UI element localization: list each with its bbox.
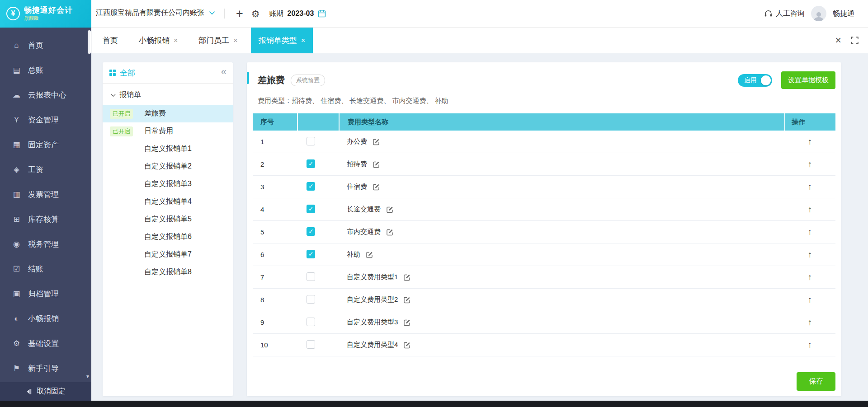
row-checkbox[interactable] — [307, 250, 315, 258]
row-checkbox[interactable] — [307, 340, 315, 349]
enable-toggle[interactable]: 启用 — [738, 74, 772, 87]
support-label: 人工咨询 — [776, 9, 805, 19]
sidebar-item-资金管理[interactable]: ¥ 资金管理 — [0, 108, 91, 132]
detail-panel: 差旅费 系统预置 启用 设置单据模板 费用类型：招待费、 住宿费、 长途交通费、… — [247, 62, 841, 396]
expense-type-name: 办公费 — [347, 137, 367, 146]
sidebar-item-归档管理[interactable]: ▣ 归档管理 — [0, 281, 91, 306]
scroll-down-icon[interactable]: ▼ — [85, 374, 90, 379]
tab-小畅报销[interactable]: 小畅报销 × — [131, 28, 185, 53]
username[interactable]: 畅捷通 — [833, 9, 854, 19]
sidebar-item-首页[interactable]: ⌂ 首页 — [0, 33, 91, 58]
sidebar-item-库存核算[interactable]: ⊞ 库存核算 — [0, 207, 91, 232]
row-checkbox[interactable] — [307, 295, 315, 304]
sidebar-item-发票管理[interactable]: ▥ 发票管理 — [0, 182, 91, 207]
move-up-button[interactable]: ↑ — [808, 272, 812, 282]
collapse-panel-button[interactable]: « — [221, 67, 226, 77]
tab-close-icon[interactable]: × — [301, 37, 305, 45]
row-checkbox[interactable] — [307, 159, 315, 168]
tree-item-自定义报销单3[interactable]: 自定义报销单3 — [103, 175, 233, 193]
tree-item-自定义报销单7[interactable]: 自定义报销单7 — [103, 246, 233, 263]
move-up-button[interactable]: ↑ — [808, 159, 812, 169]
tree-item-自定义报销单1[interactable]: 自定义报销单1 — [103, 140, 233, 158]
row-checkbox[interactable] — [307, 272, 315, 281]
sidebar-item-基础设置[interactable]: ⚙ 基础设置 — [0, 331, 91, 356]
row-number: 9 — [253, 318, 297, 326]
expense-type-name: 住宿费 — [347, 182, 367, 191]
tab-部门员工[interactable]: 部门员工 × — [191, 28, 245, 53]
closing-icon: ☑ — [12, 264, 21, 274]
sidebar-item-label: 云报表中心 — [28, 90, 66, 100]
sidebar-item-新手引导[interactable]: ⚑ 新手引导 — [0, 356, 91, 381]
scrollbar-thumb[interactable] — [88, 30, 91, 54]
template-settings-button[interactable]: 设置单据模板 — [781, 71, 835, 89]
edit-icon[interactable] — [403, 318, 411, 327]
tab-报销单类型[interactable]: 报销单类型 × — [251, 28, 313, 53]
sidebar-item-label: 新手引导 — [28, 363, 59, 374]
tree-item-自定义报销单8[interactable]: 自定义报销单8 — [103, 263, 233, 281]
unpin-button[interactable]: 取消固定 — [0, 382, 91, 401]
edit-icon[interactable] — [372, 183, 380, 191]
sidebar: ⌂ 首页 ▤ 总账 ☁ 云报表中心 ¥ 资金管理 ▦ 固定资产 ◈ 工资 ▥ 发… — [0, 28, 91, 401]
sidebar-scrollbar[interactable] — [87, 29, 91, 373]
move-up-button[interactable]: ↑ — [808, 340, 812, 350]
sidebar-item-总账[interactable]: ▤ 总账 — [0, 58, 91, 83]
edit-icon[interactable] — [386, 228, 394, 236]
table-row: 6 补助 ↑ — [253, 243, 835, 266]
tree-group-toggle[interactable]: 报销单 — [103, 84, 233, 105]
save-button[interactable]: 保存 — [797, 372, 835, 391]
edit-icon[interactable] — [372, 160, 380, 168]
sidebar-item-税务管理[interactable]: ◉ 税务管理 — [0, 232, 91, 257]
edit-icon[interactable] — [372, 138, 380, 146]
expense-type-name: 长途交通费 — [347, 205, 381, 214]
table-row: 3 住宿费 ↑ — [253, 176, 835, 198]
tree-item-差旅费[interactable]: 已开启 差旅费 — [103, 105, 233, 122]
edit-icon[interactable] — [403, 273, 411, 281]
fullscreen-icon[interactable] — [850, 36, 859, 45]
tree-item-自定义报销单5[interactable]: 自定义报销单5 — [103, 211, 233, 228]
row-number: 1 — [253, 138, 297, 145]
tree-item-自定义报销单6[interactable]: 自定义报销单6 — [103, 228, 233, 246]
tab-close-icon[interactable]: × — [233, 37, 237, 45]
sidebar-item-固定资产[interactable]: ▦ 固定资产 — [0, 132, 91, 157]
avatar[interactable] — [811, 6, 826, 21]
row-checkbox[interactable] — [307, 318, 315, 326]
edit-icon[interactable] — [403, 341, 411, 349]
tab-首页[interactable]: 首页 × — [95, 28, 126, 53]
tree-item-自定义报销单2[interactable]: 自定义报销单2 — [103, 158, 233, 175]
edit-icon[interactable] — [403, 296, 411, 304]
row-checkbox[interactable] — [307, 137, 315, 145]
tree-item-自定义报销单4[interactable]: 自定义报销单4 — [103, 193, 233, 211]
row-number: 6 — [253, 251, 297, 258]
sidebar-item-云报表中心[interactable]: ☁ 云报表中心 — [0, 83, 91, 108]
tree-header: 全部 « — [103, 62, 233, 84]
summary-label: 费用类型： — [258, 97, 292, 104]
tab-close-icon[interactable]: × — [174, 37, 178, 45]
row-checkbox[interactable] — [307, 182, 315, 191]
tree-item-label: 自定义报销单3 — [144, 179, 233, 189]
sidebar-item-工资[interactable]: ◈ 工资 — [0, 157, 91, 182]
move-up-button[interactable]: ↑ — [808, 205, 812, 215]
support-button[interactable]: 人工咨询 — [764, 9, 805, 19]
move-up-button[interactable]: ↑ — [808, 295, 812, 305]
sidebar-item-小畅报销[interactable]: ◐ 小畅报销 — [0, 306, 91, 331]
tree-item-日常费用[interactable]: 已开启 日常费用 — [103, 122, 233, 140]
edit-icon[interactable] — [365, 251, 373, 259]
move-up-button[interactable]: ↑ — [808, 182, 812, 192]
row-checkbox[interactable] — [307, 205, 315, 213]
user-icon — [813, 10, 825, 21]
add-button[interactable]: + — [232, 8, 247, 20]
table-row: 10 自定义费用类型4 ↑ — [253, 334, 835, 356]
edit-icon[interactable] — [386, 206, 394, 214]
salary-icon: ◈ — [12, 165, 21, 174]
move-up-button[interactable]: ↑ — [808, 137, 812, 147]
move-up-button[interactable]: ↑ — [808, 318, 812, 327]
sidebar-item-结账[interactable]: ☑ 结账 — [0, 257, 91, 281]
period-selector[interactable]: 账期 2023-03 — [269, 9, 327, 19]
expense-type-name: 补助 — [347, 250, 360, 259]
move-up-button[interactable]: ↑ — [808, 250, 812, 260]
close-icon[interactable]: × — [835, 35, 841, 46]
move-up-button[interactable]: ↑ — [808, 227, 812, 237]
settings-gear-button[interactable]: ⚙ — [247, 9, 264, 19]
row-checkbox[interactable] — [307, 227, 315, 236]
company-selector[interactable]: 江西服宝精品有限责任公司内账张 — [96, 6, 219, 21]
